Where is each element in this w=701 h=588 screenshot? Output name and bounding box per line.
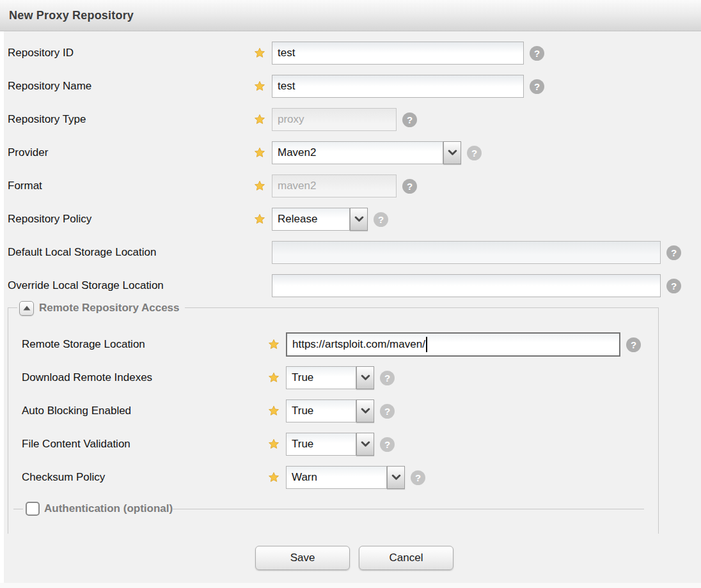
- override-local-storage-input[interactable]: [272, 274, 661, 297]
- text-cursor: [426, 337, 427, 352]
- help-icon[interactable]: ?: [530, 79, 544, 94]
- help-icon[interactable]: ?: [380, 371, 395, 385]
- required-star-icon: [254, 180, 265, 192]
- help-icon[interactable]: ?: [374, 212, 388, 227]
- file-content-validation-label: File Content Validation: [22, 438, 268, 451]
- auto-blocking-enabled-value[interactable]: True: [286, 399, 356, 422]
- form-panel: Repository ID ? Repository Name ? Reposi…: [4, 31, 701, 583]
- dropdown-trigger-button[interactable]: [350, 208, 368, 231]
- checksum-policy-label: Checksum Policy: [22, 471, 268, 484]
- row-repository-name: Repository Name ?: [8, 75, 701, 98]
- row-override-local-storage: Override Local Storage Location ?: [8, 274, 701, 297]
- help-icon[interactable]: ?: [666, 279, 681, 293]
- help-icon[interactable]: ?: [380, 404, 395, 419]
- default-local-storage-input: [272, 241, 661, 264]
- chevron-down-icon: [354, 216, 364, 222]
- required-star-icon: [268, 405, 280, 417]
- remote-storage-location-value: https://artsploit.com/maven/: [292, 338, 425, 351]
- dropdown-trigger-button[interactable]: [356, 433, 374, 456]
- row-download-remote-indexes: Download Remote Indexes True ?: [22, 366, 658, 389]
- remote-repository-access-legend: Remote Repository Access: [17, 300, 185, 316]
- required-star-icon: [268, 472, 280, 483]
- repository-type-label: Repository Type: [8, 113, 254, 126]
- required-star-icon: [254, 47, 265, 59]
- auto-blocking-enabled-select[interactable]: True: [286, 399, 374, 422]
- save-button[interactable]: Save: [255, 546, 350, 570]
- fieldset-border-line: [173, 509, 644, 509]
- download-remote-indexes-label: Download Remote Indexes: [22, 371, 268, 384]
- help-icon[interactable]: ?: [402, 112, 417, 127]
- remote-repository-access-fieldset: Remote Repository Access Remote Storage …: [8, 307, 659, 534]
- row-repository-id: Repository ID ?: [8, 42, 701, 65]
- help-icon[interactable]: ?: [411, 470, 425, 485]
- dropdown-trigger-button[interactable]: [387, 466, 405, 489]
- authentication-legend-label: Authentication (optional): [44, 502, 173, 515]
- checksum-policy-select[interactable]: Warn: [286, 466, 405, 489]
- remote-storage-location-label: Remote Storage Location: [22, 338, 268, 351]
- chevron-down-icon: [361, 408, 370, 414]
- required-star-icon: [268, 438, 280, 450]
- required-star-icon: [268, 339, 280, 350]
- panel-bottom-edge: [0, 583, 701, 588]
- fieldset-legend-label: Remote Repository Access: [39, 302, 180, 314]
- repository-policy-select[interactable]: Release: [272, 208, 368, 231]
- authentication-checkbox[interactable]: [26, 502, 40, 516]
- help-icon[interactable]: ?: [380, 437, 395, 452]
- repository-name-label: Repository Name: [8, 80, 254, 93]
- dropdown-trigger-button[interactable]: [443, 141, 461, 164]
- panel-header: New Proxy Repository: [0, 0, 701, 31]
- download-remote-indexes-select[interactable]: True: [286, 366, 374, 389]
- help-icon[interactable]: ?: [626, 337, 641, 352]
- required-star-icon: [254, 114, 265, 125]
- triangle-up-icon: [23, 306, 31, 311]
- required-star-icon: [254, 147, 265, 159]
- auto-blocking-enabled-label: Auto Blocking Enabled: [22, 405, 268, 417]
- repository-type-input: [272, 108, 397, 131]
- row-format: Format ?: [8, 174, 701, 197]
- required-star-icon: [254, 81, 265, 92]
- cancel-button[interactable]: Cancel: [359, 546, 453, 570]
- collapse-fieldset-button[interactable]: [19, 301, 34, 316]
- provider-value[interactable]: Maven2: [272, 141, 443, 164]
- row-remote-storage-location: Remote Storage Location https://artsploi…: [22, 333, 658, 356]
- fieldset-border-line: [13, 509, 23, 509]
- file-content-validation-value[interactable]: True: [286, 433, 356, 456]
- repository-id-label: Repository ID: [8, 47, 254, 59]
- chevron-down-icon: [361, 375, 370, 381]
- override-local-storage-label: Override Local Storage Location: [8, 279, 254, 292]
- checksum-policy-value[interactable]: Warn: [286, 466, 387, 489]
- default-local-storage-label: Default Local Storage Location: [8, 246, 254, 259]
- repository-name-input[interactable]: [272, 75, 524, 98]
- row-repository-type: Repository Type ?: [8, 108, 701, 131]
- provider-select[interactable]: Maven2: [272, 141, 461, 164]
- row-repository-policy: Repository Policy Release ?: [8, 208, 701, 231]
- row-provider: Provider Maven2 ?: [8, 141, 701, 164]
- chevron-down-icon: [448, 150, 457, 156]
- required-star-icon: [254, 213, 265, 225]
- repository-policy-value[interactable]: Release: [272, 208, 350, 231]
- chevron-down-icon: [361, 441, 370, 447]
- help-icon[interactable]: ?: [666, 245, 681, 260]
- help-icon[interactable]: ?: [467, 146, 482, 160]
- dropdown-trigger-button[interactable]: [356, 366, 374, 389]
- chevron-down-icon: [391, 474, 401, 481]
- help-icon[interactable]: ?: [530, 46, 544, 61]
- page-title: New Proxy Repository: [9, 9, 134, 22]
- repository-id-input[interactable]: [272, 42, 524, 65]
- row-default-local-storage: Default Local Storage Location ?: [8, 241, 701, 264]
- row-file-content-validation: File Content Validation True ?: [22, 433, 658, 456]
- format-input: [272, 174, 397, 197]
- dropdown-trigger-button[interactable]: [356, 399, 374, 422]
- help-icon[interactable]: ?: [402, 179, 417, 194]
- format-label: Format: [8, 180, 254, 192]
- file-content-validation-select[interactable]: True: [286, 433, 374, 456]
- authentication-fieldset-legend: Authentication (optional): [13, 500, 658, 517]
- remote-storage-location-input[interactable]: https://artsploit.com/maven/: [286, 332, 620, 357]
- repository-policy-label: Repository Policy: [8, 213, 254, 226]
- required-star-icon: [268, 372, 280, 383]
- button-toolbar: Save Cancel: [8, 546, 701, 570]
- row-checksum-policy: Checksum Policy Warn ?: [22, 466, 658, 489]
- provider-label: Provider: [8, 146, 254, 159]
- download-remote-indexes-value[interactable]: True: [286, 366, 356, 389]
- row-auto-blocking-enabled: Auto Blocking Enabled True ?: [22, 399, 658, 422]
